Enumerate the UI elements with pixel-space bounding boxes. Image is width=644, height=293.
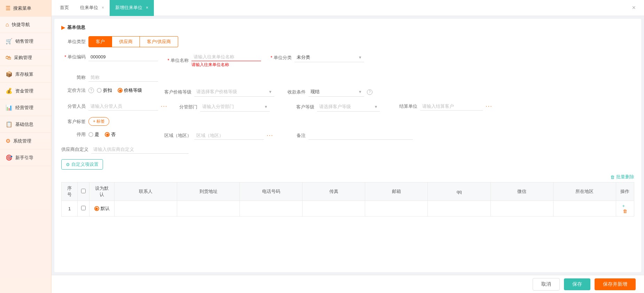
settlement-unit-more-btn[interactable]: ··· — [486, 103, 492, 109]
email-input[interactable] — [369, 206, 424, 211]
type-btn-both[interactable]: 客户/供应商 — [140, 36, 178, 47]
radio-price-level-label: 价格等级 — [124, 87, 142, 93]
cell-checkbox — [78, 201, 89, 217]
customer-price-level-select[interactable]: 请选择客户价格等级 ▼ — [194, 87, 274, 97]
select-all-checkbox[interactable] — [81, 189, 86, 193]
sidebar-item-basic[interactable]: 📋 基础信息 — [0, 116, 51, 133]
tab-partners-label: 往来单位 — [80, 5, 98, 11]
sidebar-item-guide[interactable]: 🎯 新手引导 — [0, 149, 51, 166]
delete-row-btn[interactable]: 🗑 — [623, 209, 627, 214]
batch-delete-icon: 🗑 — [610, 174, 615, 180]
contact-input[interactable] — [118, 206, 173, 211]
customer-level-group: 客户等级 请选择客户等级 ▼ — [290, 102, 387, 112]
tab-partners[interactable]: 往来单位 × — [74, 0, 110, 16]
type-btn-supplier[interactable]: 供应商 — [112, 36, 140, 47]
tab-new-partner-close[interactable]: × — [146, 5, 148, 10]
payment-terms-select[interactable]: 现结 ▼ — [308, 87, 364, 97]
settlement-unit-input[interactable] — [420, 102, 483, 111]
phone-input[interactable] — [243, 206, 299, 211]
sales-icon: 🛒 — [6, 38, 13, 44]
unit-type-label: 单位类型 — [61, 39, 86, 45]
region-input[interactable] — [194, 131, 264, 140]
cell-qq — [428, 201, 490, 217]
tab-home[interactable]: 首页 — [54, 0, 74, 16]
qq-input[interactable] — [431, 206, 487, 211]
manager-more-btn[interactable]: ··· — [161, 103, 167, 109]
tab-new-partner[interactable]: 新增往来单位 × — [110, 0, 154, 16]
save-button[interactable]: 保存 — [564, 278, 590, 290]
tags-label: 客户标签 — [61, 119, 86, 125]
save-new-button[interactable]: 保存并新增 — [595, 278, 636, 290]
sidebar-item-quick-nav[interactable]: ⌂ 快捷导航 — [0, 17, 51, 33]
system-icon: ⚙ — [6, 138, 10, 144]
remarks-label: 备注 — [281, 132, 306, 139]
sidebar-label-sales: 销售管理 — [15, 38, 33, 44]
disabled-label: 停用 — [61, 131, 86, 138]
department-select[interactable]: 请输入分管部门 ▼ — [200, 102, 270, 112]
cancel-button[interactable]: 取消 — [533, 278, 560, 291]
radio-price-level-circle — [118, 88, 123, 93]
tab-new-partner-label: 新增往来单位 — [115, 5, 142, 11]
wechat-input[interactable] — [494, 206, 550, 211]
unit-code-input[interactable] — [88, 53, 158, 61]
radio-price-level[interactable]: 价格等级 — [118, 87, 142, 93]
batch-delete-label[interactable]: 批量删除 — [616, 174, 634, 180]
unit-category-value: 未分类 — [297, 54, 310, 60]
unit-type-buttons: 客户 供应商 客户/供应商 — [88, 36, 178, 47]
short-name-row: 简称 — [61, 73, 634, 82]
default-label: 默认 — [101, 205, 110, 212]
region-table-input[interactable] — [557, 206, 612, 211]
sidebar-item-system[interactable]: ⚙ 系统管理 — [0, 133, 51, 149]
unit-name-label: 单位名称 — [164, 57, 189, 64]
custom-settings-button[interactable]: ⚙ 自定义项设置 — [61, 159, 103, 170]
pricing-help-icon[interactable]: ? — [88, 88, 94, 93]
unit-name-group: 单位名称 请输入往来单位名称 — [164, 53, 262, 68]
window-close-button[interactable]: × — [626, 4, 641, 11]
sidebar-item-purchase[interactable]: 🛍 采购管理 — [0, 50, 51, 66]
sidebar-item-inventory[interactable]: 📦 库存核算 — [0, 66, 51, 83]
disabled-group: 停用 是 否 — [61, 131, 159, 138]
payment-terms-dropdown-icon: ▼ — [358, 90, 362, 94]
short-name-label: 简称 — [61, 74, 86, 81]
sidebar-item-sales[interactable]: 🛒 销售管理 — [0, 33, 51, 50]
sidebar-item-operations[interactable]: 📊 经营管理 — [0, 99, 51, 116]
sidebar-label-system: 系统管理 — [13, 138, 31, 144]
remarks-group: 备注 — [281, 131, 413, 140]
add-tag-button[interactable]: + 标签 — [88, 117, 109, 126]
sidebar-item-search[interactable]: ☰ 搜索菜单 — [0, 0, 51, 17]
fax-input[interactable] — [306, 206, 361, 211]
payment-terms-help-icon[interactable]: ? — [367, 89, 372, 95]
row-checkbox[interactable] — [81, 206, 86, 210]
manager-group: 分管人员 ··· — [61, 102, 167, 111]
manager-input[interactable] — [88, 102, 158, 111]
sidebar-label-search: 搜索菜单 — [13, 5, 31, 11]
radio-discount-circle — [97, 88, 102, 93]
cell-email — [365, 201, 428, 217]
col-contact: 联系人 — [115, 182, 177, 201]
tab-partners-close[interactable]: × — [102, 5, 104, 10]
short-name-input[interactable] — [88, 73, 158, 82]
payment-terms-group: 收款条件 现结 ▼ ? — [281, 87, 379, 97]
radio-discount[interactable]: 折扣 — [97, 87, 112, 93]
address-input[interactable] — [181, 206, 236, 211]
col-seq: 序号 — [62, 182, 78, 201]
department-label: 分管部门 — [173, 104, 197, 110]
unit-category-select[interactable]: 未分类 ▼ — [294, 53, 364, 62]
settlement-unit-group: 结算单位 ··· — [393, 102, 492, 111]
sidebar: ☰ 搜索菜单 ⌂ 快捷导航 🛒 销售管理 🛍 采购管理 📦 库存核算 💰 资金管… — [0, 0, 52, 293]
unit-name-input[interactable] — [191, 53, 261, 61]
customer-price-level-group: 客户价格等级 请选择客户价格等级 ▼ — [164, 87, 276, 97]
table-header-row: 序号 设为默认 联系人 到货地址 电话号码 传真 邮箱 qq 微信 所在地区 操… — [62, 182, 634, 201]
region-more-btn[interactable]: ··· — [267, 132, 273, 139]
cell-actions: + 🗑 — [616, 201, 634, 217]
contact-table: 序号 设为默认 联系人 到货地址 电话号码 传真 邮箱 qq 微信 所在地区 操… — [61, 182, 634, 217]
sidebar-item-finance[interactable]: 💰 资金管理 — [0, 83, 51, 99]
remarks-input[interactable] — [308, 131, 413, 140]
default-radio[interactable]: 默认 — [93, 205, 111, 212]
radio-yes[interactable]: 是 — [88, 131, 99, 138]
add-row-btn[interactable]: + — [622, 203, 625, 209]
radio-no[interactable]: 否 — [105, 131, 116, 138]
type-btn-customer[interactable]: 客户 — [88, 36, 112, 47]
customer-level-select[interactable]: 请选择客户等级 ▼ — [317, 102, 380, 112]
supplier-custom-input[interactable] — [91, 145, 189, 154]
